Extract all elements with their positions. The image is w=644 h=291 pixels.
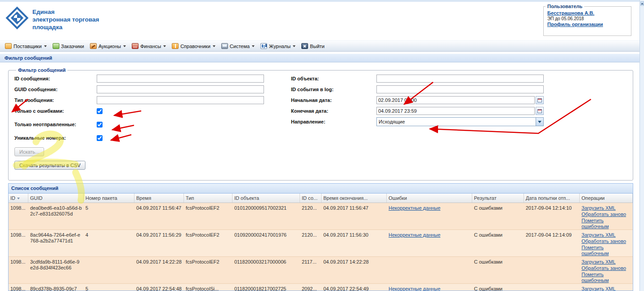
operation-link[interactable]: Загрузить XML: [581, 286, 631, 291]
only-errors-checkbox[interactable]: [97, 108, 103, 114]
select-value: Исходящие: [377, 119, 536, 124]
column-header-errors[interactable]: Ошибки: [387, 194, 472, 203]
table-row[interactable]: 1098...8ac9644a-7264-e6ef-e768-a2b2a7747…: [9, 230, 633, 257]
directories-icon: [172, 43, 179, 49]
cell-guid: dea0bed6-ea10-a56d-b2c7-e831d326075d: [28, 203, 84, 229]
user-cert-info: ЭП до 05.06.2018: [547, 16, 627, 21]
operation-link[interactable]: Обработать заново: [581, 265, 631, 271]
column-header-operations[interactable]: Операции: [580, 194, 633, 203]
cell-errors: Некорректные данные: [387, 203, 472, 229]
operation-link[interactable]: Обработать заново: [581, 238, 631, 244]
menu-item-journals[interactable]: Журналы: [258, 42, 299, 50]
cell-errors: Некорректные данные: [387, 284, 472, 291]
column-header-packet[interactable]: Номер пакета: [84, 194, 134, 203]
finance-icon: [132, 43, 139, 49]
cell-id_so: 2120...: [300, 203, 322, 229]
cell-packet: 5: [84, 284, 134, 291]
menu-item-label: Справочники: [180, 44, 210, 49]
form-row: ID объекта:: [291, 75, 627, 83]
direction-select[interactable]: Исходящие: [376, 117, 544, 126]
cell-packet: [84, 257, 134, 283]
cell-end_time: 04.09.2017 11:56:30: [322, 230, 387, 256]
exit-icon: [301, 43, 308, 49]
menu-item-auctions[interactable]: Аукционы: [88, 42, 130, 50]
unique-numbers-checkbox[interactable]: [97, 135, 103, 141]
results-panel: Список сообщений IDGUIDНомер пакетаВремя…: [8, 183, 633, 291]
column-header-attempt_date[interactable]: Дата попытки отп...: [524, 194, 580, 203]
cell-time: 04.09.2017 11:56:29: [134, 230, 184, 256]
direction-select-label: Направление:: [291, 119, 376, 124]
only-unsent-checkbox[interactable]: [97, 122, 103, 128]
start-date-input[interactable]: [376, 96, 535, 104]
menu-item-customers[interactable]: Заказчики: [50, 42, 88, 50]
cell-end_time: 04.09.2017 14:22:28: [322, 257, 387, 283]
column-header-type[interactable]: Тип: [184, 194, 233, 203]
filter-columns: ID сообщения:GUID сообщения:Тип сообщени…: [14, 75, 627, 170]
chevron-down-icon: [293, 45, 295, 47]
user-name-link[interactable]: Бесстрашнова А.В.: [547, 10, 627, 16]
operation-link[interactable]: Загрузить XML: [581, 232, 631, 238]
error-details-link[interactable]: Некорректные данные: [389, 286, 440, 291]
chevron-down-icon: [163, 45, 166, 47]
cell-operations: Загрузить XMLОбработать зановоПометить о…: [580, 230, 633, 256]
message-guid-input[interactable]: [97, 85, 264, 93]
menu-item-system[interactable]: Система: [219, 42, 258, 50]
menu-item-suppliers[interactable]: Поставщики: [3, 42, 50, 50]
table-row[interactable]: 1098...dea0bed6-ea10-a56d-b2c7-e831d3260…: [9, 203, 633, 230]
download-csv-button[interactable]: Скачать результаты в CSV: [14, 161, 85, 170]
end-date-input-label: Конечная дата:: [291, 108, 376, 114]
operation-link[interactable]: Загрузить XML: [581, 259, 631, 265]
cell-attempt_date: [524, 284, 580, 291]
log-event-id-input[interactable]: [376, 85, 544, 93]
column-header-object_id[interactable]: ID объекта: [233, 194, 300, 203]
menu-item-directories[interactable]: Справочники: [170, 42, 219, 50]
end-date-input[interactable]: [376, 107, 535, 115]
column-header-guid[interactable]: GUID: [28, 194, 84, 203]
menu-item-label: Журналы: [269, 44, 291, 49]
system-icon: [221, 43, 228, 49]
org-profile-link[interactable]: Профиль организации: [547, 22, 627, 27]
scroll-up-button[interactable]: [640, 1, 644, 6]
operation-link[interactable]: Пометить ошибочным: [581, 218, 631, 229]
column-header-end_time[interactable]: Время окончания...: [322, 194, 387, 203]
operation-link[interactable]: Пометить ошибочным: [581, 245, 631, 256]
search-button[interactable]: Искать...: [14, 147, 44, 156]
message-guid-input-label: GUID сообщения:: [14, 87, 97, 92]
column-header-time[interactable]: Время: [134, 194, 184, 203]
cell-id: 1098...: [9, 203, 28, 229]
column-header-result[interactable]: Результат: [472, 194, 524, 203]
cell-result: С ошибками: [472, 230, 524, 256]
chevron-down-icon: [123, 45, 126, 47]
page-title: Фильтр сообщений: [0, 53, 640, 62]
object-id-input[interactable]: [376, 75, 544, 83]
menu-item-label: Система: [230, 44, 250, 49]
error-details-link[interactable]: Некорректные данные: [389, 205, 440, 211]
cell-time: 04.09.2017 22:54:48: [134, 284, 184, 291]
cell-object_id: 0118200003217000006: [233, 257, 300, 283]
chevron-down-icon[interactable]: [536, 118, 543, 126]
calendar-icon[interactable]: [536, 96, 544, 104]
operation-link[interactable]: Загрузить XML: [581, 205, 631, 211]
only-unsent-checkbox-label: Только неотправленные:: [14, 122, 97, 127]
operation-link[interactable]: Обработать заново: [581, 212, 631, 217]
brand-line-1: Единая: [32, 8, 99, 16]
table-row[interactable]: 1098...89cd378b-8935-09c7-...5504.09.201…: [9, 284, 633, 291]
header: Единая электронная торговая площадка Пол…: [0, 2, 640, 40]
menu-item-label: Заказчики: [61, 44, 84, 49]
calendar-icon[interactable]: [536, 107, 544, 115]
menu-item-finance[interactable]: Финансы: [130, 42, 170, 50]
message-id-input[interactable]: [97, 75, 264, 83]
cell-guid: 8ac9644a-7264-e6ef-e768-a2b2a77471d1: [28, 230, 84, 256]
scrollbar[interactable]: [640, 0, 644, 291]
message-type-input[interactable]: [97, 96, 264, 104]
menu-item-exit[interactable]: Выйти: [299, 42, 328, 50]
column-header-id_so[interactable]: ID со...: [300, 194, 322, 203]
table-row[interactable]: 1098...3cdfda9b-8111-6d6e-9e2d-8d34f423e…: [9, 257, 633, 284]
column-header-id[interactable]: ID: [9, 194, 28, 203]
cell-id_so: 2117...: [300, 257, 322, 283]
operation-link[interactable]: Пометить ошибочным: [581, 272, 631, 283]
menu-item-label: Поставщики: [13, 44, 42, 49]
error-details-link[interactable]: Некорректные данные: [389, 232, 440, 238]
calendar-glyph: [537, 109, 542, 113]
log-event-id-input-label: ID события в log:: [291, 87, 376, 92]
